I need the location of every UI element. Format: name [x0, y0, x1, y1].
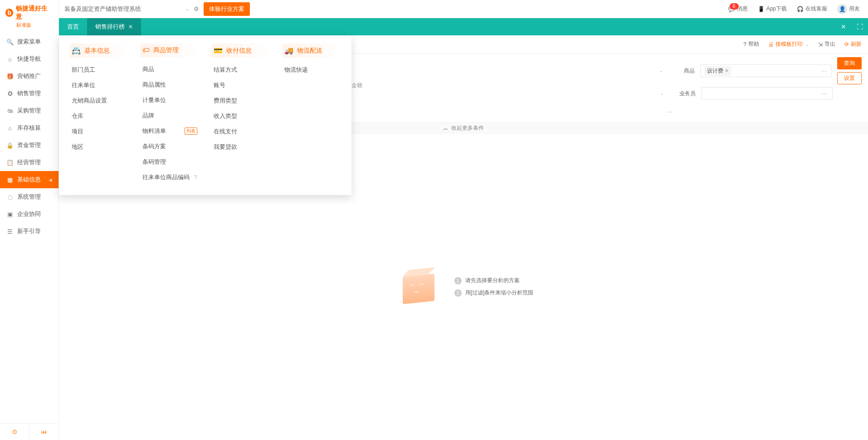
sidebar-item-sales[interactable]: ✪销售管理 — [0, 85, 59, 102]
online-service-button[interactable]: 🎧在线客服 — [794, 5, 830, 13]
menu-uom[interactable]: 计量单位 — [141, 93, 199, 108]
menu-settlement[interactable]: 结算方式 — [212, 62, 270, 78]
empty-step-2: 2用[过滤]条件来缩小分析范围 — [454, 289, 534, 297]
close-all-tabs-button[interactable]: ✕ — [835, 18, 852, 35]
menu-partner-sku[interactable]: 往来单位商品编码? — [141, 170, 199, 185]
filter-rep-select[interactable]: ⋯ — [701, 87, 833, 100]
menu-project[interactable]: 项目 — [70, 124, 128, 139]
menu-express[interactable]: 物流快递 — [283, 62, 341, 78]
settings-gear-button[interactable]: ⚙ — [0, 424, 29, 440]
list-icon: ☰ — [6, 228, 14, 235]
tab-home[interactable]: 首页 — [59, 18, 87, 35]
logo-icon: b — [5, 9, 13, 17]
truck-icon: 🚚 — [284, 46, 293, 55]
list-tag: 列表 — [185, 127, 197, 135]
sidebar-footer: ⚙ ⏮ — [0, 423, 59, 440]
warehouse-icon: ⌂ — [6, 125, 14, 132]
menu-bom[interactable]: 物料清单列表 — [141, 123, 199, 139]
chevron-down-icon: ⌄ — [805, 42, 809, 47]
settings-button[interactable]: 设置 — [837, 72, 862, 84]
org-selector[interactable]: 装备及固定资产辅助管理系统 ⌄ — [64, 5, 189, 13]
filter-select-3[interactable]: ⋯ — [545, 105, 677, 118]
menu-account[interactable]: 账号 — [212, 78, 270, 93]
export-button[interactable]: ⇲导出 — [818, 40, 835, 48]
menu-expense-type[interactable]: 费用类型 — [212, 93, 270, 108]
filter-plan-select[interactable]: ⌄ — [535, 64, 667, 77]
print-template-button[interactable]: 🖨按模板打印⌄ — [768, 40, 809, 48]
org-settings-button[interactable]: ⚙ — [194, 5, 199, 12]
tag-icon: 🏷 — [142, 46, 150, 54]
basic-info-panel: 📇基本信息 部门员工 往来单位 允销商品设置 仓库 项目 地区 🏷商品管理 商品… — [59, 35, 351, 195]
panel-col-basic: 📇基本信息 部门员工 往来单位 允销商品设置 仓库 项目 地区 — [63, 44, 134, 185]
remove-chip-icon[interactable]: × — [725, 68, 728, 74]
menu-loan[interactable]: 我要贷款 — [212, 139, 270, 155]
avatar-icon: 👤 — [837, 4, 847, 14]
more-icon[interactable]: ⋯ — [666, 108, 673, 115]
doc-icon: 📇 — [72, 46, 81, 55]
grid-icon: ▦ — [6, 176, 14, 183]
menu-department-staff[interactable]: 部门员工 — [70, 62, 128, 78]
app-download-button[interactable]: 📱App下载 — [755, 5, 790, 13]
more-icon[interactable]: ⋯ — [822, 90, 829, 97]
close-tab-icon[interactable]: ✕ — [128, 24, 133, 30]
sidebar-item-system[interactable]: ◌系统管理 — [0, 188, 59, 205]
help-icon: ? — [743, 41, 746, 48]
empty-state: ¯_¯ 1请先选择要分析的方案 2用[过滤]条件来缩小分析范围 — [394, 262, 534, 312]
logo-subtitle: 标准版 — [16, 22, 53, 29]
panel-col-product: 🏷商品管理 商品 商品属性 计量单位 品牌 物料清单列表 条码方案 条码管理 往… — [134, 44, 205, 185]
home-icon: ⌂ — [6, 56, 14, 63]
query-button[interactable]: 查询 — [837, 57, 862, 69]
empty-illustration: ¯_¯ — [394, 262, 444, 312]
sidebar-item-basic-info[interactable]: ▦基础信息◀ — [0, 171, 59, 188]
menu-online-pay[interactable]: 在线支付 — [212, 124, 270, 139]
messages-button[interactable]: 💬 消息 — [726, 5, 751, 13]
refresh-icon: ⟳ — [844, 41, 849, 48]
sidebar-item-guide[interactable]: ☰新手引导 — [0, 223, 59, 240]
headset-icon: 🎧 — [797, 6, 804, 12]
try-industry-button[interactable]: 体验行业方案 — [204, 2, 250, 16]
fullscreen-button[interactable]: ⛶ — [852, 18, 868, 35]
sidebar-item-quick-nav[interactable]: ⌂快捷导航 — [0, 50, 59, 68]
user-menu[interactable]: 👤用友 — [834, 4, 863, 14]
chevron-down-icon: ⌄ — [659, 68, 663, 73]
filter-select-2[interactable]: ⌄ — [536, 87, 668, 100]
clipboard-icon: 📋 — [6, 159, 14, 166]
help-icon[interactable]: ? — [194, 174, 197, 181]
sidebar-item-search-menu[interactable]: 🔍搜索菜单 — [0, 33, 59, 50]
sidebar-item-purchase[interactable]: 🛍采购管理 — [0, 102, 59, 119]
more-icon[interactable]: ⋯ — [821, 68, 828, 74]
collapse-sidebar-button[interactable]: ⏮ — [29, 424, 59, 440]
empty-step-1: 1请先选择要分析的方案 — [454, 277, 534, 284]
menu-sales-allowed[interactable]: 允销商品设置 — [70, 93, 128, 108]
menu-barcode-plan[interactable]: 条码方案 — [141, 139, 199, 154]
print-icon: 🖨 — [768, 41, 774, 48]
filter-product-select[interactable]: 设计费× ⋯ — [700, 64, 832, 77]
chevron-right-icon: ◀ — [49, 177, 52, 182]
tab-sales-ranking[interactable]: 销售排行榜 ✕ — [87, 18, 141, 35]
menu-product-attr[interactable]: 商品属性 — [141, 77, 199, 93]
help-button[interactable]: ?帮助 — [743, 40, 759, 48]
chevron-up-icon: ︽ — [443, 124, 449, 132]
panel-col-payment: 💳收付信息 结算方式 账号 费用类型 收入类型 在线支付 我要贷款 — [205, 44, 276, 185]
tabs-bar: 首页 销售排行榜 ✕ ✕ ⛶ — [59, 18, 868, 35]
sidebar-item-operation[interactable]: 📋经营管理 — [0, 154, 59, 171]
sidebar-item-inventory[interactable]: ⌂库存核算 — [0, 119, 59, 137]
gear-circle-icon: ◌ — [6, 194, 14, 200]
menu-product[interactable]: 商品 — [141, 62, 199, 77]
menu-vendor-customer[interactable]: 往来单位 — [70, 78, 128, 93]
sidebar-item-enterprise[interactable]: ▣企业协同 — [0, 205, 59, 223]
menu-brand[interactable]: 品牌 — [141, 108, 199, 123]
chevron-down-icon: ⌄ — [660, 91, 664, 96]
menu-warehouse[interactable]: 仓库 — [70, 108, 128, 124]
menu-region[interactable]: 地区 — [70, 139, 128, 155]
logo-text: 畅捷通好生意 — [16, 5, 53, 21]
topbar: 装备及固定资产辅助管理系统 ⌄ ⚙ 体验行业方案 💬 消息 📱App下载 🎧在线… — [59, 0, 868, 18]
nav: 🔍搜索菜单 ⌂快捷导航 🎁营销推广 ✪销售管理 🛍采购管理 ⌂库存核算 🔒资金管… — [0, 30, 59, 423]
menu-income-type[interactable]: 收入类型 — [212, 108, 270, 124]
sidebar-item-finance[interactable]: 🔒资金管理 — [0, 137, 59, 154]
filter-amount-partial: 金额 — [351, 79, 365, 92]
gift-icon: 🎁 — [6, 73, 14, 80]
menu-barcode-mgmt[interactable]: 条码管理 — [141, 154, 199, 170]
sidebar-item-marketing[interactable]: 🎁营销推广 — [0, 68, 59, 85]
refresh-button[interactable]: ⟳刷新 — [844, 40, 862, 48]
